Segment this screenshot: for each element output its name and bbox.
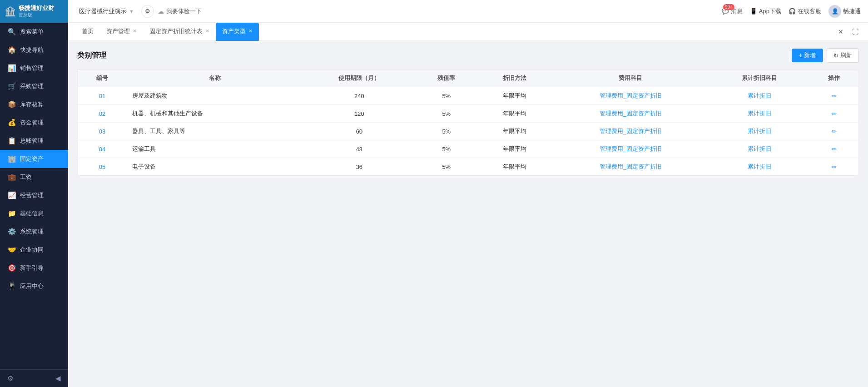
row-expense-subject-2: 管理费用_固定资产折旧 xyxy=(552,123,710,140)
table-row: 05电子设备365%年限平均管理费用_固定资产折旧累计折旧✏ xyxy=(78,158,858,176)
topbar-left: 医疗器械行业演示 ▼ ⚙ ☁ 我要体验一下 xyxy=(75,5,202,18)
row-name-4: 电子设备 xyxy=(127,158,303,176)
topbar-right: 💬99+消息📱App下载🎧在线客服👤畅捷通 xyxy=(722,5,861,18)
sidebar-label-capital: 资金管理 xyxy=(20,119,44,127)
tab-close-asset-mgmt[interactable]: ✕ xyxy=(133,29,137,34)
tab-depreciation-table[interactable]: 固定资产折旧统计表✕ xyxy=(143,23,216,41)
sidebar-icon-search: 🔍 xyxy=(7,28,16,36)
sidebar-icon-ledger: 📋 xyxy=(7,137,16,145)
topbar-action-messages[interactable]: 💬99+消息 xyxy=(722,7,743,15)
row-residual-0: 5% xyxy=(416,87,477,105)
col-累计折旧科目: 累计折旧科目 xyxy=(709,69,809,87)
row-residual-3: 5% xyxy=(416,140,477,158)
sidebar-item-capital[interactable]: 💰资金管理 xyxy=(0,114,68,132)
sidebar: 🏦 畅捷通好业财 普及版 🔍搜索菜单🏠快捷导航📊销售管理🛒采购管理📦库存核算💰资… xyxy=(0,0,68,387)
settings-icon[interactable]: ⚙ xyxy=(7,374,13,382)
sidebar-icon-purchase: 🛒 xyxy=(7,82,16,90)
messages-icon: 💬99+ xyxy=(722,8,729,15)
refresh-button[interactable]: ↻ 刷新 xyxy=(827,48,859,63)
col-名称: 名称 xyxy=(127,69,303,87)
row-action-4[interactable]: ✏ xyxy=(809,158,858,176)
settings-button[interactable]: ⚙ xyxy=(141,5,154,18)
sidebar-nav: 🔍搜索菜单🏠快捷导航📊销售管理🛒采购管理📦库存核算💰资金管理📋总账管理🏢固定资产… xyxy=(0,23,68,369)
sidebar-icon-capital: 💰 xyxy=(7,119,16,127)
sidebar-label-quick-nav: 快捷导航 xyxy=(20,46,44,54)
customer-service-icon: 🎧 xyxy=(789,8,796,15)
topbar-action-user[interactable]: 👤畅捷通 xyxy=(828,5,861,18)
row-name-3: 运输工具 xyxy=(127,140,303,158)
logo-icon: 🏦 xyxy=(5,6,16,17)
sidebar-item-quick-nav[interactable]: 🏠快捷导航 xyxy=(0,41,68,59)
row-action-0[interactable]: ✏ xyxy=(809,87,858,105)
row-expense-subject-3: 管理费用_固定资产折旧 xyxy=(552,140,710,158)
sidebar-item-system[interactable]: ⚙️系统管理 xyxy=(0,223,68,241)
row-expense-subject-4: 管理费用_固定资产折旧 xyxy=(552,158,710,176)
sidebar-icon-system: ⚙️ xyxy=(7,228,16,236)
sidebar-icon-guide: 🎯 xyxy=(7,264,16,272)
row-period-4: 36 xyxy=(303,158,416,176)
sidebar-icon-salary: 💼 xyxy=(7,173,16,181)
sidebar-item-purchase[interactable]: 🛒采购管理 xyxy=(0,77,68,95)
cloud-icon: ☁ xyxy=(158,8,164,15)
sidebar-item-salary[interactable]: 💼工资 xyxy=(0,168,68,186)
sidebar-item-inventory[interactable]: 📦库存核算 xyxy=(0,95,68,114)
refresh-label: 刷新 xyxy=(840,51,852,60)
row-method-0: 年限平均 xyxy=(477,87,552,105)
topbar-action-customer-service[interactable]: 🎧在线客服 xyxy=(789,7,821,15)
row-period-2: 60 xyxy=(303,123,416,140)
row-name-2: 器具、工具、家具等 xyxy=(127,123,303,140)
sidebar-item-enterprise[interactable]: 🤝企业协同 xyxy=(0,241,68,259)
sidebar-label-app-center: 应用中心 xyxy=(20,282,44,290)
row-acc-subject-3: 累计折旧 xyxy=(709,140,809,158)
row-code-1: 02 xyxy=(78,105,127,123)
sidebar-icon-quick-nav: 🏠 xyxy=(7,46,16,54)
page-header: 类别管理 + 新增 ↻ 刷新 xyxy=(77,48,859,63)
col-操作: 操作 xyxy=(809,69,858,87)
row-action-1[interactable]: ✏ xyxy=(809,105,858,123)
table-row: 03器具、工具、家具等605%年限平均管理费用_固定资产折旧累计折旧✏ xyxy=(78,123,858,140)
sidebar-icon-inventory: 📦 xyxy=(7,100,16,109)
badge-messages: 99+ xyxy=(723,4,734,10)
col-编号: 编号 xyxy=(78,69,127,87)
tab-expand-btn[interactable]: ⛶ xyxy=(850,26,861,37)
company-selector[interactable]: 医疗器械行业演示 ▼ xyxy=(75,5,138,17)
sidebar-item-app-center[interactable]: 📱应用中心 xyxy=(0,277,68,295)
tab-close-btn[interactable]: ✕ xyxy=(835,26,846,37)
sidebar-item-fixed-assets[interactable]: 🏢固定资产 xyxy=(0,150,68,168)
tab-home[interactable]: 首页 xyxy=(75,23,100,41)
topbar-action-app-download[interactable]: 📱App下载 xyxy=(750,7,781,15)
row-residual-2: 5% xyxy=(416,123,477,140)
page-title: 类别管理 xyxy=(77,51,106,60)
tab-asset-mgmt[interactable]: 资产管理✕ xyxy=(100,23,143,41)
table-row: 01房屋及建筑物2405%年限平均管理费用_固定资产折旧累计折旧✏ xyxy=(78,87,858,105)
sidebar-label-operations: 经营管理 xyxy=(20,191,44,199)
header-actions: + 新增 ↻ 刷新 xyxy=(792,48,859,63)
sidebar-item-basic-info[interactable]: 📁基础信息 xyxy=(0,204,68,223)
col-费用科目: 费用科目 xyxy=(552,69,710,87)
row-method-2: 年限平均 xyxy=(477,123,552,140)
row-action-3[interactable]: ✏ xyxy=(809,140,858,158)
sidebar-item-sales[interactable]: 📊销售管理 xyxy=(0,59,68,77)
tab-close-asset-type[interactable]: ✕ xyxy=(248,29,253,34)
sidebar-item-ledger[interactable]: 📋总账管理 xyxy=(0,132,68,150)
try-button[interactable]: ☁ 我要体验一下 xyxy=(158,7,202,15)
tab-close-depreciation-table[interactable]: ✕ xyxy=(205,29,209,34)
collapse-icon[interactable]: ◀ xyxy=(55,374,61,382)
col-使用期限（月）: 使用期限（月） xyxy=(303,69,416,87)
sidebar-item-search[interactable]: 🔍搜索菜单 xyxy=(0,23,68,41)
app-download-icon: 📱 xyxy=(750,8,757,15)
tabbar-controls: ✕ ⛶ xyxy=(835,26,861,37)
tab-label-asset-mgmt: 资产管理 xyxy=(106,27,130,35)
new-button[interactable]: + 新增 xyxy=(792,49,823,62)
row-code-0: 01 xyxy=(78,87,127,105)
tab-label-asset-type: 资产类型 xyxy=(222,27,246,35)
row-action-2[interactable]: ✏ xyxy=(809,123,858,140)
sidebar-label-sales: 销售管理 xyxy=(20,64,44,72)
row-method-1: 年限平均 xyxy=(477,105,552,123)
col-残值率: 残值率 xyxy=(416,69,477,87)
table-row: 04运输工具485%年限平均管理费用_固定资产折旧累计折旧✏ xyxy=(78,140,858,158)
tabbar: 首页资产管理✕固定资产折旧统计表✕资产类型✕ ✕ ⛶ xyxy=(68,23,868,41)
sidebar-item-operations[interactable]: 📈经营管理 xyxy=(0,186,68,204)
sidebar-item-guide[interactable]: 🎯新手引导 xyxy=(0,259,68,277)
tab-asset-type[interactable]: 资产类型✕ xyxy=(216,23,259,41)
